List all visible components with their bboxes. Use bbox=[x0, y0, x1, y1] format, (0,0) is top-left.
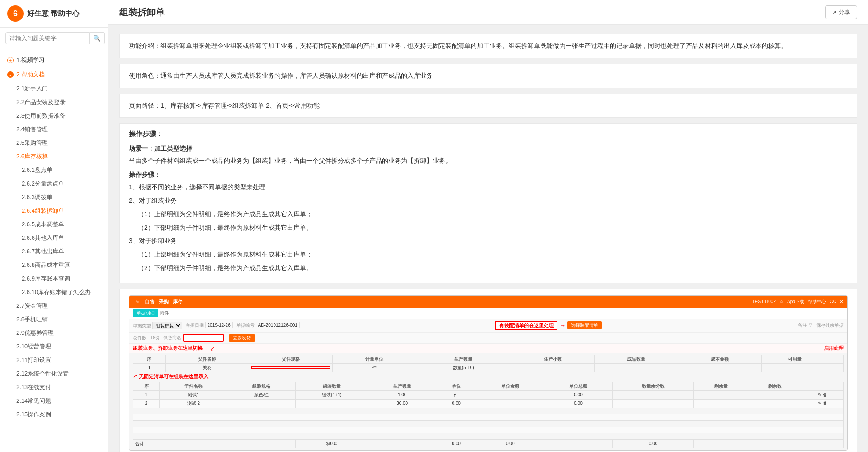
sidebar-item-mgmt[interactable]: 2.10经营管理 bbox=[0, 340, 108, 353]
sidebar-item-settings[interactable]: 2.12系统个性化设置 bbox=[0, 367, 108, 381]
sidebar-item-install[interactable]: 2.2产品安装及登录 bbox=[0, 95, 108, 109]
sim-tab-detail[interactable]: 单据明细 bbox=[133, 309, 158, 317]
step3: 3、对于拆卸业务 bbox=[129, 236, 848, 247]
sim-no-value: AD-201912126-001 bbox=[256, 322, 300, 328]
sidebar-item-finance[interactable]: 2.7资金管理 bbox=[0, 299, 108, 313]
share-button[interactable]: ↗ 分享 bbox=[825, 5, 857, 19]
sim-subnav: 单据明细 附件 bbox=[129, 308, 847, 319]
sim-annotation4-area: ↗ 无固定清单可在组装在这里录入 bbox=[129, 372, 847, 380]
sidebar-item-ledger-fix[interactable]: 2.6.10库存账本错了怎么办 bbox=[0, 285, 108, 299]
sim-btn-confirm[interactable]: 立发发货 bbox=[229, 334, 255, 342]
step2: 2、对于组装业务 bbox=[129, 195, 848, 206]
screenshot-container: 6 自售 采购 库存 TEST-H002 ☆ App下载 帮助中心 CC ✕ 单… bbox=[119, 289, 857, 452]
sidebar-item-docs[interactable]: - 2.帮助文档 bbox=[0, 67, 108, 82]
app-logo: 6 bbox=[7, 5, 24, 22]
simulated-screenshot: 6 自售 采购 库存 TEST-H002 ☆ App下载 帮助中心 CC ✕ 单… bbox=[129, 295, 848, 451]
sidebar-item-cost-recalc[interactable]: 2.6.8商品成本重算 bbox=[0, 258, 108, 272]
sidebar-item-other-in[interactable]: 2.6.6其他入库单 bbox=[0, 231, 108, 245]
sidebar-item-payment[interactable]: 2.13在线支付 bbox=[0, 381, 108, 394]
sim-upper-table-wrapper: 序 父件名称 父件规格 计量单位 生产数量 生产小数 成品数量 成本金额 可用量 bbox=[129, 353, 847, 372]
role-intro-block: 使用角色：通常由生产人员或库管人员完成拆装业务的操作，库管人员确认原材料的出库和… bbox=[119, 64, 857, 88]
sidebar-item-qty-stocktake[interactable]: 2.6.2分量盘点单 bbox=[0, 177, 108, 190]
sidebar-item-newbie[interactable]: 2.1新手入门 bbox=[0, 82, 108, 95]
sidebar-item-print[interactable]: 2.11打印设置 bbox=[0, 353, 108, 367]
sim-arrow4: ↗ bbox=[133, 373, 137, 379]
sidebar-item-cost-adjust[interactable]: 2.6.5成本调整单 bbox=[0, 218, 108, 231]
sim-btn-select-list[interactable]: 选择装配清单 bbox=[567, 321, 602, 329]
sim-upper-table: 序 父件名称 父件规格 计量单位 生产数量 生产小数 成品数量 成本金额 可用量 bbox=[133, 355, 844, 372]
sim-lower-table-wrapper: 序 子件名称 组装规格 组装数量 生产数量 单位 单位金额 单位总额 数量余分数… bbox=[129, 380, 847, 450]
table-row: 1 测试1 颜色/红 组装(1+1) 1.00 件 0.00 bbox=[133, 390, 844, 399]
sidebar-item-transfer[interactable]: 2.6.3调拨单 bbox=[0, 190, 108, 204]
sim-field-no: 单据编号 AD-201912126-001 bbox=[236, 322, 300, 328]
sim-field-type: 单据类型 组装拼装 拆卸 bbox=[133, 322, 182, 329]
sidebar-item-assembly[interactable]: 2.6.4组装拆卸单 bbox=[0, 204, 108, 218]
sim-supply-input[interactable] bbox=[183, 334, 224, 342]
step1: 1、根据不同的业务，选择不同单据的类型来处理 bbox=[129, 182, 848, 193]
sidebar-item-other-out[interactable]: 2.6.7其他出库单 bbox=[0, 245, 108, 258]
sim-th-seq: 序 bbox=[133, 355, 166, 363]
share-icon: ↗ bbox=[832, 9, 837, 16]
content-area: 功能介绍：组装拆卸单用来处理企业组装或拆卸等加工业务，支持有固定装配清单的产品加… bbox=[108, 25, 868, 452]
search-bar: 🔍 bbox=[0, 28, 108, 49]
sim-annotation1-area: 有装配清单的在这里处理 → 选择装配清单 bbox=[303, 321, 794, 330]
sim-th-parent-spec: 父件规格 bbox=[249, 355, 333, 363]
sim-th-finish-qty: 成品数量 bbox=[594, 355, 678, 363]
sim-annotation1: 有装配清单的在这里处理 bbox=[495, 321, 557, 330]
sim-app-bar: 6 自售 采购 库存 TEST-H002 ☆ App下载 帮助中心 CC ✕ bbox=[129, 296, 847, 308]
nav-group-docs: - 2.帮助文档 2.1新手入门 2.2产品安装及登录 2.3使用前数据准备 2… bbox=[0, 67, 108, 421]
sim-arrow2: ↙ bbox=[210, 345, 215, 352]
search-input[interactable] bbox=[5, 32, 90, 44]
sidebar-header: 6 好生意 帮助中心 bbox=[0, 0, 108, 28]
step2-2: （2）下部明细为子件明细，最终作为原材料生成其它出库单。 bbox=[138, 223, 848, 233]
sidebar-item-mobile[interactable]: 2.8手机旺铺 bbox=[0, 313, 108, 326]
sidebar-item-sales[interactable]: 2.4销售管理 bbox=[0, 123, 108, 136]
sidebar-item-stocktake[interactable]: 2.6.1盘点单 bbox=[0, 163, 108, 177]
sidebar-item-inventory[interactable]: 2.6库存核算 bbox=[0, 150, 108, 163]
sim-close-icon[interactable]: ✕ bbox=[839, 299, 844, 305]
sim-toolbar-row: 单据类型 组装拼装 拆卸 单据日期 2019-12-26 单据编号 AD-201… bbox=[129, 319, 847, 333]
sim-date-value: 2019-12-26 bbox=[205, 322, 233, 328]
nav-sub-docs: 2.1新手入门 2.2产品安装及登录 2.3使用前数据准备 2.4销售管理 2.… bbox=[0, 82, 108, 421]
search-button[interactable]: 🔍 bbox=[90, 32, 105, 44]
path-intro-text: 页面路径：1、库存核算->库存管理->组装拆卸单 2、首页->常用功能 bbox=[129, 100, 848, 111]
path-intro-block: 页面路径：1、库存核算->库存管理->组装拆卸单 2、首页->常用功能 bbox=[119, 94, 857, 118]
steps-title: 操作步骤： bbox=[129, 171, 848, 179]
sim-th-prod-dec: 生产小数 bbox=[511, 355, 594, 363]
sim-th-parent-name: 父件名称 bbox=[165, 355, 249, 363]
sim-logo: 6 bbox=[133, 297, 142, 306]
table-row bbox=[133, 420, 844, 427]
operations-section: 操作步骤： 场景一：加工类型选择 当由多个子件材料组装成一个成品的业务为【组装】… bbox=[119, 123, 857, 283]
sim-th-actions bbox=[828, 355, 844, 363]
sim-type-select[interactable]: 组装拼装 拆卸 bbox=[152, 322, 182, 329]
sidebar-item-ledger[interactable]: 2.6.9库存账本查询 bbox=[0, 272, 108, 285]
table-row bbox=[133, 408, 844, 414]
table-row: 2 测试 2 30.00 0.00 0.00 bbox=[133, 399, 844, 408]
sim-tab-attach[interactable]: 附件 bbox=[160, 310, 169, 316]
sim-supply-label: 供货商名 bbox=[163, 335, 181, 341]
sim-summary: 总件数 16份 bbox=[133, 335, 160, 341]
sim-more-btns: 备注 ▽ 保存其余单据 bbox=[798, 322, 844, 328]
sidebar-item-faq[interactable]: 2.14常见问题 bbox=[0, 394, 108, 408]
table-row bbox=[133, 433, 844, 439]
table-row bbox=[133, 414, 844, 420]
sim-supply-area: 供货商名 bbox=[163, 334, 224, 342]
sim-arrow1: → bbox=[559, 322, 566, 329]
sim-th-avail: 可用量 bbox=[761, 355, 828, 363]
main-panel: 组装拆卸单 ↗ 分享 功能介绍：组装拆卸单用来处理企业组装或拆卸等加工业务，支持… bbox=[108, 0, 868, 452]
sidebar-item-purchase[interactable]: 2.5采购管理 bbox=[0, 136, 108, 150]
sim-annotation-row: 组装业务、拆卸业务在这里切换 ↙ 启用处理 bbox=[129, 344, 847, 353]
sidebar-item-cases[interactable]: 2.15操作案例 bbox=[0, 408, 108, 421]
role-intro-text: 使用角色：通常由生产人员或库管人员完成拆装业务的操作，库管人员确认原材料的出库和… bbox=[129, 71, 848, 81]
page-title: 组装拆卸单 bbox=[119, 6, 165, 19]
sidebar-item-dataprep[interactable]: 2.3使用前数据准备 bbox=[0, 109, 108, 123]
sim-annotation3: 启用处理 bbox=[824, 345, 844, 352]
sim-status-bar: TEST-H002 ☆ App下载 帮助中心 CC bbox=[752, 299, 836, 305]
expand-icon: + bbox=[7, 57, 14, 63]
app-title: 好生意 帮助中心 bbox=[27, 9, 80, 19]
sidebar-item-videos[interactable]: + 1.视频学习 bbox=[0, 53, 108, 67]
sidebar-item-coupon[interactable]: 2.9优惠券管理 bbox=[0, 326, 108, 340]
sim-app-nav: 自售 采购 库存 bbox=[145, 298, 183, 305]
sim-annotation2: 组装业务、拆卸业务在这里切换 bbox=[133, 345, 203, 352]
func-intro-text: 功能介绍：组装拆卸单用来处理企业组装或拆卸等加工业务，支持有固定装配清单的产品加… bbox=[129, 41, 848, 52]
